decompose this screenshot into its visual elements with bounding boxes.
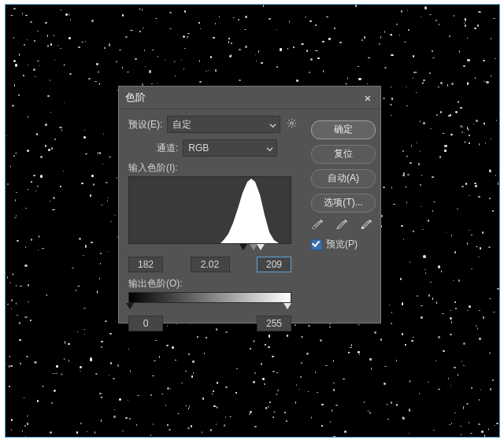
highlight-slider[interactable] [257, 244, 265, 250]
channel-label: 通道: [157, 142, 178, 155]
black-eyedropper-icon[interactable] [311, 218, 325, 231]
gear-icon[interactable] [287, 118, 297, 131]
svg-line-8 [295, 120, 295, 120]
histogram [128, 176, 291, 244]
ok-button[interactable]: 确定 [311, 120, 376, 139]
output-white-slider[interactable] [284, 303, 291, 309]
output-levels-label: 输出色阶(O): [128, 277, 380, 290]
input-gamma-field[interactable]: 2.02 [191, 257, 230, 272]
output-white-field[interactable]: 255 [257, 316, 291, 331]
svg-point-10 [338, 227, 339, 228]
svg-line-7 [289, 125, 290, 126]
input-white-field[interactable]: 209 [257, 257, 291, 272]
options-button[interactable]: 选项(T)... [311, 194, 376, 213]
svg-line-6 [295, 125, 295, 126]
preview-checkbox[interactable] [311, 239, 322, 250]
close-icon[interactable]: × [361, 91, 374, 105]
svg-point-0 [291, 122, 294, 125]
preview-label: 预览(P) [326, 238, 358, 251]
shadow-slider[interactable] [239, 244, 247, 250]
auto-button[interactable]: 自动(A) [311, 169, 376, 188]
svg-point-9 [313, 227, 315, 228]
channel-select[interactable]: RGB [183, 139, 277, 157]
output-black-slider[interactable] [126, 303, 134, 309]
dialog-titlebar[interactable]: 色阶 × [119, 87, 380, 109]
chevron-down-icon [266, 144, 273, 155]
input-slider-track[interactable] [128, 244, 291, 255]
input-black-field[interactable]: 182 [128, 257, 163, 272]
gray-eyedropper-icon[interactable] [335, 218, 350, 231]
dialog-title: 色阶 [125, 91, 146, 105]
channel-value: RGB [188, 142, 209, 153]
chevron-down-icon [269, 120, 276, 131]
preset-value: 自定 [172, 118, 191, 131]
reset-button[interactable]: 复位 [311, 145, 376, 164]
output-slider-track[interactable] [128, 303, 291, 314]
preset-select[interactable]: 自定 [167, 116, 280, 133]
output-black-field[interactable]: 0 [128, 316, 163, 331]
preview-checkbox-row[interactable]: 预览(P) [311, 238, 374, 251]
output-gradient [128, 292, 291, 303]
levels-dialog: 色阶 × 预设(E): 自定 通道: RGB 输入色阶(I): [118, 86, 381, 324]
white-eyedropper-icon[interactable] [360, 218, 374, 231]
preset-label: 预设(E): [128, 118, 162, 131]
svg-line-5 [289, 120, 290, 120]
svg-point-11 [362, 227, 364, 228]
